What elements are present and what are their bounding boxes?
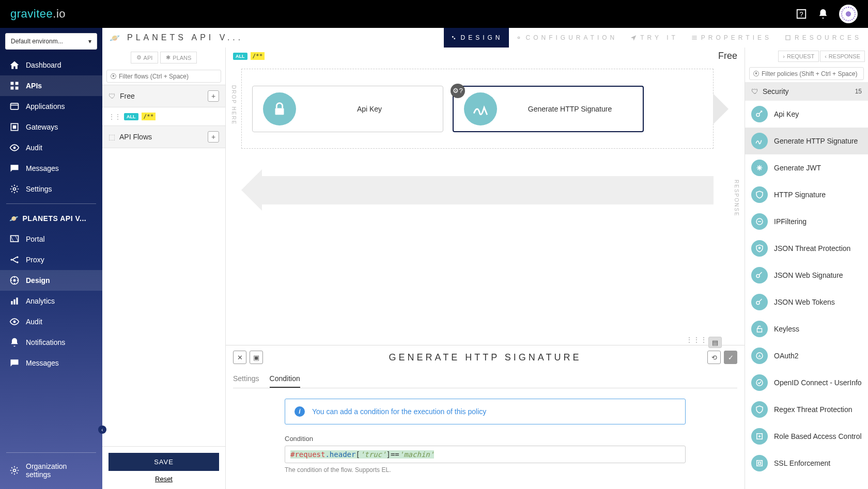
tab-design[interactable]: DESIGN: [444, 28, 509, 48]
nav-label: Settings: [26, 185, 52, 193]
policy-item[interactable]: OpenID Connect - UserInfo: [745, 369, 868, 396]
tab-configuration[interactable]: CONFIGURATION: [509, 28, 624, 48]
svg-point-14: [17, 261, 18, 263]
policy-item[interactable]: JSON Threat Protection: [745, 235, 868, 262]
policies-tab-request[interactable]: ›REQUEST: [778, 51, 819, 62]
editor-tab-settings[interactable]: Settings: [233, 370, 259, 388]
nav-label: Notifications: [26, 338, 65, 346]
flows-panel: ⚙API ✱PLANS ⦿ 🛡Free + ⋮⋮ ALL /** ⬚: [102, 48, 226, 489]
policy-item[interactable]: JSON Web Tokens: [745, 289, 868, 316]
expand-editor-button[interactable]: ▣: [250, 351, 263, 364]
tab-label: CONFIGURATION: [525, 34, 617, 41]
section-title: API Flows: [119, 133, 152, 141]
nav-dashboard[interactable]: Dashboard: [0, 55, 102, 75]
close-editor-button[interactable]: ✕: [233, 351, 246, 364]
plus-icon: +: [211, 92, 215, 100]
help-icon[interactable]: ?: [796, 8, 807, 20]
nav-gateways[interactable]: Gateways: [0, 117, 102, 137]
add-flow-button[interactable]: +: [208, 90, 219, 102]
policy-label: Generate HTTP Signature: [774, 137, 858, 145]
svg-text:?: ?: [799, 10, 803, 18]
policy-item[interactable]: IPFiltering: [745, 208, 868, 235]
notifications-icon[interactable]: [817, 8, 829, 20]
policy-label: JSON Threat Protection: [774, 244, 850, 253]
policy-item[interactable]: Generate HTTP Signature: [745, 128, 868, 154]
search-icon: ⦿: [753, 70, 760, 77]
svg-rect-19: [16, 297, 18, 304]
tab-properties[interactable]: PROPERTIES: [685, 28, 778, 48]
svg-point-31: [756, 275, 760, 278]
svg-point-32: [756, 302, 760, 305]
flows-section-free[interactable]: 🛡Free +: [102, 85, 225, 107]
nav-apis[interactable]: APIs: [0, 75, 102, 96]
editor-tab-condition[interactable]: Condition: [270, 370, 300, 388]
tab-resources[interactable]: RESOURCES: [778, 28, 868, 48]
policy-item[interactable]: Regex Threat Protection: [745, 396, 868, 423]
signature-icon: [464, 92, 497, 125]
drag-handle-icon[interactable]: ⋮⋮: [109, 113, 121, 120]
nav-applications[interactable]: Applications: [0, 96, 102, 117]
nav-settings[interactable]: Settings: [0, 179, 102, 199]
flows-section-api-flows[interactable]: ⬚API Flows +: [102, 125, 225, 148]
designer-canvas: DROP HERE Api Key ⚙?: [226, 65, 745, 345]
divider: [6, 452, 96, 453]
shield-icon: [751, 240, 768, 257]
tab-label: REQUEST: [787, 53, 814, 59]
flows-tab-api[interactable]: ⚙API: [131, 52, 159, 64]
nav-analytics[interactable]: Analytics: [0, 291, 102, 311]
brand-logo[interactable]: gravitee.io: [10, 7, 66, 21]
svg-point-16: [13, 279, 16, 282]
request-lane[interactable]: Api Key ⚙? Generate HTTP Signature: [241, 69, 714, 149]
policy-item[interactable]: HTTP Signature: [745, 181, 868, 208]
topbar: gravitee.io ?: [0, 0, 868, 28]
nav-notifications[interactable]: Notifications: [0, 332, 102, 353]
tab-label: RESOURCES: [795, 34, 862, 41]
policy-item[interactable]: Keyless: [745, 316, 868, 342]
svg-rect-24: [692, 37, 696, 38]
nav-api-audit[interactable]: Audit: [0, 311, 102, 332]
ssl-icon: [751, 455, 768, 471]
sidebar-collapse-handle[interactable]: ‹: [98, 425, 106, 434]
gear-icon: ⚙: [136, 54, 142, 61]
policies-section-security[interactable]: 🛡Security 15: [745, 82, 868, 101]
flows-search[interactable]: ⦿: [106, 70, 221, 83]
nav-api-messages[interactable]: Messages: [0, 353, 102, 373]
confirm-policy-button[interactable]: ✓: [724, 351, 737, 364]
policy-card-generate-http-signature[interactable]: ⚙? Generate HTTP Signature: [453, 86, 644, 132]
flows-tab-plans[interactable]: ✱PLANS: [160, 52, 197, 64]
policy-item[interactable]: Role Based Access Control: [745, 423, 868, 450]
section-title: Free: [120, 92, 135, 100]
nav-org-settings[interactable]: Organization settings: [0, 457, 102, 484]
environment-selector[interactable]: Default environm... ▾: [5, 33, 97, 50]
nav-proxy[interactable]: Proxy: [0, 249, 102, 270]
response-lane[interactable]: RESPONSE: [241, 164, 714, 216]
nav-audit[interactable]: Audit: [0, 137, 102, 158]
tab-try-it[interactable]: TRY IT: [624, 28, 685, 48]
reset-button[interactable]: Reset: [155, 475, 173, 483]
policies-search-input[interactable]: [762, 70, 860, 77]
svg-rect-4: [16, 87, 19, 90]
nav-portal[interactable]: Portal: [0, 229, 102, 249]
save-button[interactable]: SAVE: [109, 453, 219, 471]
policy-card-api-key[interactable]: Api Key: [252, 86, 443, 132]
add-flow-button[interactable]: +: [208, 131, 219, 143]
policy-label: IPFiltering: [774, 217, 807, 226]
svg-point-9: [13, 147, 16, 149]
nav-messages[interactable]: Messages: [0, 158, 102, 179]
policy-item[interactable]: Api Key: [745, 101, 868, 128]
reset-policy-button[interactable]: ⟲: [707, 351, 721, 364]
svg-rect-18: [13, 299, 15, 305]
policy-item[interactable]: Generate JWT: [745, 154, 868, 181]
user-avatar[interactable]: [839, 5, 858, 23]
layout-toggle-button[interactable]: ▤: [708, 337, 722, 348]
flows-search-input[interactable]: [119, 73, 218, 80]
resize-handle-icon[interactable]: ⋮⋮⋮: [686, 336, 707, 344]
policy-item[interactable]: SSL Enforcement: [745, 450, 868, 477]
policies-tab-response[interactable]: ‹RESPONSE: [820, 51, 865, 62]
condition-input[interactable]: #request.header['truc']=='machin': [285, 446, 686, 463]
policies-search[interactable]: ⦿: [749, 67, 864, 80]
policy-item[interactable]: JSON Web Signature: [745, 262, 868, 289]
flow-item[interactable]: ⋮⋮ ALL /**: [102, 107, 225, 125]
nav-design[interactable]: Design: [0, 270, 102, 291]
policy-item[interactable]: AOAuth2: [745, 342, 868, 369]
